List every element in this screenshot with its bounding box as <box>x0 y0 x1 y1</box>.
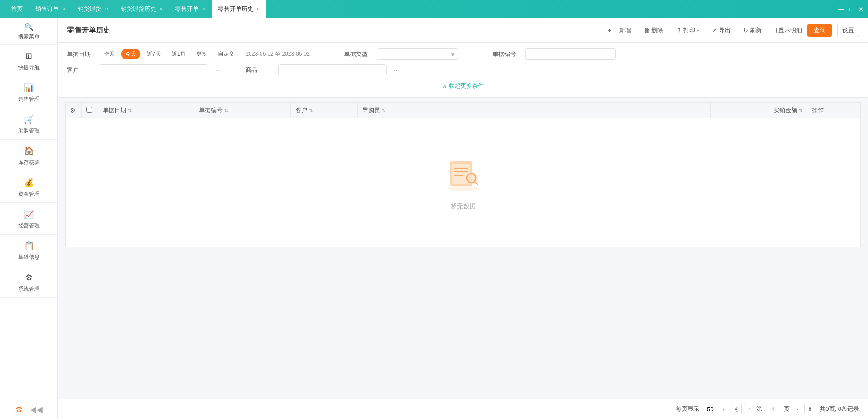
per-page-select-wrap: 20 50 100 200 <box>704 405 726 414</box>
print-button[interactable]: 🖨 打印 ▾ <box>672 24 703 36</box>
filter-row-2: 客户 ··· 商品 ··· <box>67 64 859 75</box>
refresh-button[interactable]: ↻ 刷新 <box>740 24 765 36</box>
th-check[interactable] <box>82 103 98 118</box>
tab-retail-open-history[interactable]: 零售开单历史 × <box>212 0 266 18</box>
window-controls: — □ ✕ <box>838 6 863 13</box>
top-bar: 首页 销售订单 × 销货退货 × 销货退货历史 × 零售开单 × 零售开单历史 … <box>0 0 868 18</box>
quick-nav-icon: ⊞ <box>25 51 32 61</box>
sidebar-item-basic-info[interactable]: 📋 基础信息 <box>0 235 57 266</box>
tab-home[interactable]: 首页 <box>5 0 29 18</box>
select-all-checkbox[interactable] <box>86 107 92 113</box>
window-minimize-btn[interactable]: — <box>838 6 844 13</box>
sidebar-item-label: 基础信息 <box>18 254 40 261</box>
page-title: 零售开单历史 <box>67 26 110 41</box>
tab-retail-open[interactable]: 零售开单 × <box>169 0 211 18</box>
product-dots[interactable]: ··· <box>394 66 399 73</box>
basic-info-icon: 📋 <box>24 241 34 251</box>
add-button[interactable]: ＋ + 新增 <box>603 24 635 36</box>
prev-page-btn[interactable]: ‹ <box>744 404 754 414</box>
doc-type-label: 单据类型 <box>344 50 370 58</box>
sidebar-item-quick-nav[interactable]: ⊞ 快捷导航 <box>0 45 57 76</box>
settings-icon[interactable]: ⚙ <box>70 107 76 114</box>
operations-icon: 📈 <box>24 209 34 219</box>
print-label: 打印 <box>683 26 695 34</box>
add-icon: ＋ <box>607 26 612 34</box>
sidebar-item-inventory[interactable]: 🏠 库存核算 <box>0 140 57 171</box>
show-detail-check[interactable] <box>771 28 777 33</box>
delete-icon: 🗑 <box>644 27 650 34</box>
customer-filter-label: 客户 <box>67 66 92 74</box>
tab-sales-return-history[interactable]: 销货退货历史 × <box>114 0 169 18</box>
collapse-more-conditions[interactable]: ∧ 收起更多条件 <box>67 80 859 92</box>
sidebar-settings-icon[interactable]: ⚙ <box>15 405 23 414</box>
sidebar-item-finance[interactable]: 💰 资金管理 <box>0 171 57 203</box>
export-button[interactable]: ↗ 导出 <box>708 24 734 36</box>
sidebar-item-purchase-mgmt[interactable]: 🛒 采购管理 <box>0 108 57 140</box>
show-detail-checkbox[interactable]: 显示明细 <box>771 26 802 34</box>
th-no[interactable]: 单据编号 ⇅ <box>194 103 291 118</box>
tab-sales-return[interactable]: 销货退货 × <box>71 0 114 18</box>
last-page-btn[interactable]: ⟫ <box>804 404 815 414</box>
search-icon: 🔍 <box>24 23 33 31</box>
sidebar-search[interactable]: 🔍 搜索菜单 <box>0 18 57 45</box>
delete-button[interactable]: 🗑 删除 <box>640 24 667 36</box>
product-input[interactable] <box>278 64 387 75</box>
sidebar-collapse-icon[interactable]: ◀◀ <box>30 405 43 414</box>
doc-type-select[interactable] <box>377 48 458 60</box>
export-label: 导出 <box>719 26 730 34</box>
close-icon[interactable]: × <box>257 6 260 12</box>
th-amount-label: 实销金额 <box>773 107 797 113</box>
svg-point-0 <box>447 186 479 191</box>
purchase-mgmt-icon: 🛒 <box>24 114 34 124</box>
window-close-btn[interactable]: ✕ <box>859 6 863 13</box>
tab-retail-open-history-label: 零售开单历史 <box>218 5 253 13</box>
query-button[interactable]: 查询 <box>807 24 832 37</box>
date-btn-today[interactable]: 今天 <box>121 49 140 59</box>
th-no-label: 单据编号 <box>199 107 223 113</box>
th-date[interactable]: 单据日期 ⇅ <box>98 103 194 118</box>
sidebar-item-label: 资金管理 <box>18 190 40 198</box>
delete-label: 删除 <box>651 26 663 34</box>
date-btn-custom[interactable]: 自定义 <box>214 49 238 59</box>
close-icon[interactable]: × <box>62 6 65 12</box>
th-amount[interactable]: 实销金额 ⇅ <box>711 103 807 118</box>
refresh-label: 刷新 <box>750 26 762 34</box>
first-page-btn[interactable]: ⟪ <box>731 404 742 414</box>
date-btn-last7[interactable]: 近7天 <box>143 49 165 59</box>
th-customer[interactable]: 客户 ⇅ <box>291 103 358 118</box>
sidebar-item-operations[interactable]: 📈 经营管理 <box>0 203 57 235</box>
th-date-label: 单据日期 <box>103 107 126 113</box>
tab-sales-return-label: 销货退货 <box>78 5 101 13</box>
doc-no-input[interactable] <box>525 48 616 60</box>
date-btn-yesterday[interactable]: 昨天 <box>100 49 119 59</box>
date-btn-more[interactable]: 更多 <box>192 49 211 59</box>
next-page-btn[interactable]: › <box>792 404 802 414</box>
th-salesperson[interactable]: 导购员 ⇅ <box>357 103 439 118</box>
add-label: + 新增 <box>614 26 631 34</box>
sidebar-item-system-mgmt[interactable]: ⚙ 系统管理 <box>0 266 57 298</box>
th-settings[interactable]: ⚙ <box>66 103 82 118</box>
date-btn-last1month[interactable]: 近1月 <box>168 49 190 59</box>
close-icon[interactable]: × <box>105 6 108 12</box>
empty-state-icon <box>441 155 486 195</box>
page-num-input[interactable] <box>764 405 782 414</box>
sidebar-item-label: 采购管理 <box>18 127 40 135</box>
settings-button[interactable]: 设置 <box>837 24 859 37</box>
per-page-select[interactable]: 20 50 100 200 <box>704 405 726 414</box>
customer-input[interactable] <box>100 64 208 75</box>
close-icon[interactable]: × <box>202 6 205 12</box>
sidebar-item-label: 快捷导航 <box>18 64 40 71</box>
doc-no-label: 单据编号 <box>493 50 518 58</box>
date-filter-label: 单据日期 <box>67 50 92 58</box>
sidebar-item-sales-mgmt[interactable]: 📊 销售管理 <box>0 76 57 108</box>
tab-sales-order[interactable]: 销售订单 × <box>29 0 71 18</box>
print-icon: 🖨 <box>676 27 682 34</box>
table-header-row: ⚙ 单据日期 ⇅ 单据编号 ⇅ <box>66 103 861 118</box>
toolbar: ＋ + 新增 🗑 删除 🖨 打印 ▾ ↗ 导出 ↻ <box>603 24 859 42</box>
tab-home-label: 首页 <box>11 5 23 13</box>
window-maximize-btn[interactable]: □ <box>849 6 853 13</box>
th-customer-label: 客户 <box>295 107 307 113</box>
close-icon[interactable]: × <box>160 6 162 12</box>
customer-dots[interactable]: ··· <box>215 66 220 73</box>
filter-area: 单据日期 昨天 今天 近7天 近1月 更多 自定义 2023-06-02 至 2… <box>58 43 868 98</box>
